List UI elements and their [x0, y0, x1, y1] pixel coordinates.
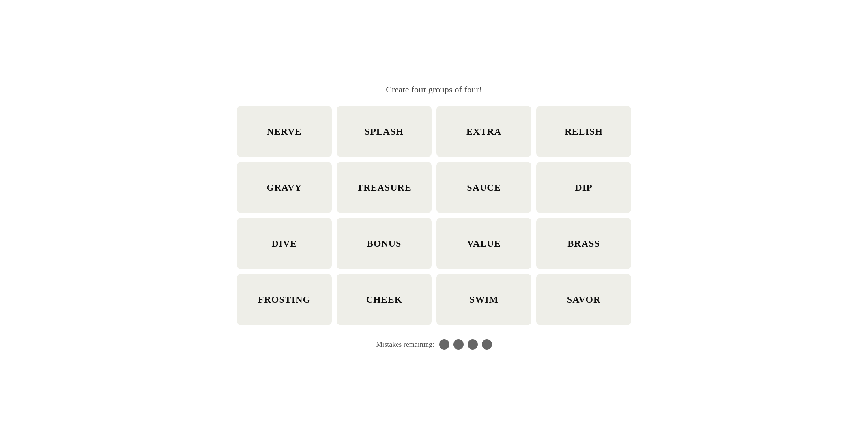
tile-label-nerve: NERVE — [267, 126, 301, 137]
tile-swim[interactable]: SWIM — [436, 274, 531, 325]
tile-gravy[interactable]: GRAVY — [237, 162, 332, 213]
tile-brass[interactable]: BRASS — [536, 218, 631, 269]
tile-dip[interactable]: DIP — [536, 162, 631, 213]
tile-grid: NERVESPLASHEXTRARELISHGRAVYTREASURESAUCE… — [237, 106, 631, 325]
tile-label-treasure: TREASURE — [357, 182, 412, 193]
tile-cheek[interactable]: CHEEK — [337, 274, 432, 325]
tile-frosting[interactable]: FROSTING — [237, 274, 332, 325]
mistake-dot-3 — [468, 339, 478, 350]
tile-treasure[interactable]: TREASURE — [337, 162, 432, 213]
tile-sauce[interactable]: SAUCE — [436, 162, 531, 213]
mistakes-label: Mistakes remaining: — [376, 340, 434, 349]
tile-label-sauce: SAUCE — [467, 182, 501, 193]
tile-label-dive: DIVE — [271, 238, 297, 249]
tile-nerve[interactable]: NERVE — [237, 106, 332, 157]
tile-bonus[interactable]: BONUS — [337, 218, 432, 269]
tile-extra[interactable]: EXTRA — [436, 106, 531, 157]
tile-label-cheek: CHEEK — [366, 294, 402, 305]
tile-relish[interactable]: RELISH — [536, 106, 631, 157]
tile-splash[interactable]: SPLASH — [337, 106, 432, 157]
mistake-dot-1 — [439, 339, 449, 350]
tile-label-splash: SPLASH — [365, 126, 404, 137]
tile-value[interactable]: VALUE — [436, 218, 531, 269]
mistakes-row: Mistakes remaining: — [376, 339, 492, 350]
subtitle: Create four groups of four! — [386, 84, 482, 95]
dots-container — [439, 339, 492, 350]
tile-label-frosting: FROSTING — [258, 294, 311, 305]
tile-dive[interactable]: DIVE — [237, 218, 332, 269]
tile-label-gravy: GRAVY — [267, 182, 302, 193]
tile-label-bonus: BONUS — [367, 238, 402, 249]
tile-label-swim: SWIM — [470, 294, 498, 305]
mistake-dot-2 — [453, 339, 464, 350]
tile-label-relish: RELISH — [565, 126, 603, 137]
tile-label-extra: EXTRA — [466, 126, 501, 137]
tile-label-savor: SAVOR — [567, 294, 600, 305]
tile-label-brass: BRASS — [567, 238, 600, 249]
tile-label-value: VALUE — [467, 238, 501, 249]
game-container: Create four groups of four! NERVESPLASHE… — [237, 84, 631, 350]
tile-savor[interactable]: SAVOR — [536, 274, 631, 325]
mistake-dot-4 — [482, 339, 492, 350]
tile-label-dip: DIP — [575, 182, 592, 193]
